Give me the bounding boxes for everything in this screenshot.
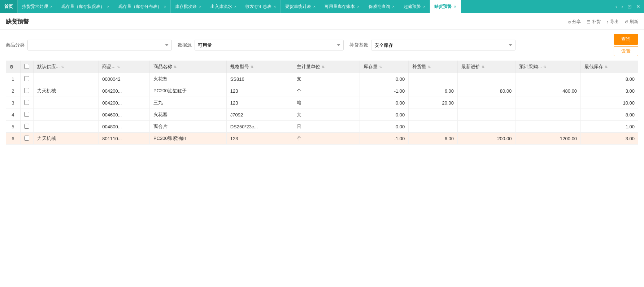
- cell-min-stock: 3.00: [581, 85, 638, 97]
- tab-close-icon[interactable]: ×: [454, 4, 456, 9]
- th-settings[interactable]: ⚙: [6, 61, 20, 73]
- select-all-checkbox[interactable]: [24, 64, 29, 69]
- tab-close-icon[interactable]: ×: [392, 4, 395, 9]
- row-checkbox[interactable]: [24, 112, 29, 117]
- tab-available-ledger[interactable]: 可用量库存账本 ×: [320, 0, 364, 13]
- row-checkbox[interactable]: [24, 136, 29, 141]
- tab-label: 收发存汇总表: [245, 4, 271, 10]
- th-latest-price[interactable]: 最新进价 ⇅: [458, 61, 515, 73]
- tab-inout-flow[interactable]: 出入库流水 ×: [206, 0, 241, 13]
- th-unit[interactable]: 主计量单位 ⇅: [293, 61, 360, 73]
- tab-inventory-status[interactable]: 现存量（库存状况表） ×: [57, 0, 114, 13]
- tab-close-icon[interactable]: ×: [357, 4, 359, 9]
- tab-overstock[interactable]: 超储预警 ×: [399, 0, 430, 13]
- share-icon: ⎋: [568, 19, 571, 25]
- replenish-base-select[interactable]: 安全库存: [371, 40, 515, 50]
- tab-prev-button[interactable]: ‹: [613, 4, 619, 9]
- cell-product-name: 火花塞: [150, 73, 227, 85]
- tab-close-icon[interactable]: ×: [234, 4, 236, 9]
- share-button[interactable]: ⎋ 分享: [568, 19, 581, 25]
- row-checkbox[interactable]: [24, 124, 29, 129]
- sort-icon: ⇅: [61, 65, 64, 69]
- row-checkbox-cell: [20, 73, 33, 85]
- cell-product-code: 004600...: [99, 109, 150, 121]
- export-button[interactable]: ↑ 导出: [606, 19, 619, 25]
- row-num: 5: [6, 121, 20, 133]
- refresh-icon: ↺: [625, 19, 628, 25]
- th-stock[interactable]: 库存量 ⇅: [360, 61, 409, 73]
- cell-unit: 只: [293, 121, 360, 133]
- cell-replenish-qty: [409, 109, 458, 121]
- sort-icon: ⇅: [379, 65, 382, 69]
- cell-product-name: 离合片: [150, 121, 227, 133]
- datasource-filter: 数据源 可用量: [178, 40, 344, 50]
- tab-receive-summary[interactable]: 收发存汇总表 ×: [241, 0, 280, 13]
- tab-home[interactable]: 首页: [0, 0, 18, 13]
- tab-inventory-dist[interactable]: 现存量（库存分布表） ×: [114, 0, 171, 13]
- tab-close-icon[interactable]: ×: [164, 4, 166, 9]
- cell-stock: 0.00: [360, 121, 409, 133]
- tab-restore-button[interactable]: ⊡: [625, 4, 634, 9]
- th-product-code[interactable]: 商品... ⇅: [99, 61, 150, 73]
- sort-icon: ⇅: [543, 65, 546, 69]
- cell-product-code: 0000042: [99, 73, 150, 85]
- replenish-button[interactable]: ☰ 补货: [587, 19, 601, 25]
- tab-maximize-button[interactable]: ✕: [634, 4, 643, 9]
- settings-button[interactable]: 设置: [614, 46, 638, 56]
- refresh-button[interactable]: ↺ 刷新: [625, 19, 638, 25]
- row-checkbox[interactable]: [24, 76, 29, 81]
- tab-close-icon[interactable]: ×: [50, 4, 52, 9]
- tab-expiry-query[interactable]: 保质期查询 ×: [364, 0, 399, 13]
- th-product-name[interactable]: 商品名称 ⇅: [150, 61, 227, 73]
- tab-close-icon[interactable]: ×: [313, 4, 316, 9]
- cell-product-name: PC200张紧油缸: [150, 133, 227, 145]
- cell-estimated-purchase: [515, 73, 581, 85]
- row-checkbox[interactable]: [24, 88, 29, 93]
- table-row: 2 力天机械 004200... PC200油缸缸子 123 个 -1.00 6…: [6, 85, 638, 97]
- tab-close-icon[interactable]: ×: [199, 4, 201, 9]
- row-num: 2: [6, 85, 20, 97]
- row-num: 3: [6, 97, 20, 109]
- category-select[interactable]: [27, 40, 172, 50]
- cell-product-code: 004800...: [99, 121, 150, 133]
- tab-close-icon[interactable]: ×: [107, 4, 109, 9]
- row-checkbox-cell: [20, 121, 33, 133]
- settings-gear-icon[interactable]: ⚙: [9, 64, 14, 70]
- table-row: 5 004800... 离合片 DS250*23c... 只 0.00 1.00: [6, 121, 638, 133]
- th-spec[interactable]: 规格型号 ⇅: [226, 61, 293, 73]
- cell-spec: DS250*23c...: [226, 121, 293, 133]
- tab-batch-account[interactable]: 库存批次账 ×: [171, 0, 206, 13]
- cell-min-stock: 10.00: [581, 97, 638, 109]
- th-estimated-purchase[interactable]: 预计采购... ⇅: [515, 61, 581, 73]
- tab-label: 可用量库存账本: [325, 4, 355, 10]
- th-replenish-qty[interactable]: 补货量 ⇅: [409, 61, 458, 73]
- query-button[interactable]: 查询: [614, 34, 638, 45]
- tab-next-button[interactable]: ›: [619, 4, 625, 9]
- tab-abnormal[interactable]: 拣货异常处理 ×: [18, 0, 57, 13]
- cell-min-stock: 3.00: [581, 133, 638, 145]
- cell-unit: 支: [293, 109, 360, 121]
- cell-estimated-purchase: [515, 97, 581, 109]
- row-checkbox[interactable]: [24, 100, 29, 105]
- cell-latest-price: [458, 109, 515, 121]
- tab-close-icon[interactable]: ×: [423, 4, 425, 9]
- cell-product-name: 三九: [150, 97, 227, 109]
- cell-spec: SS816: [226, 73, 293, 85]
- table-row: 6 力天机械 801110... PC200张紧油缸 123 个 -1.00 6…: [6, 133, 638, 145]
- filter-bar: 商品分类 数据源 可用量 补货基数 安全库存 查询 设置: [0, 30, 644, 61]
- cell-unit: 个: [293, 85, 360, 97]
- cell-spec: 123: [226, 133, 293, 145]
- cell-spec: J7092: [226, 109, 293, 121]
- cell-min-stock: 1.00: [581, 121, 638, 133]
- tab-close-icon[interactable]: ×: [274, 4, 276, 9]
- th-default-supplier[interactable]: 默认供应... ⇅: [33, 61, 99, 73]
- cell-replenish-qty: 6.00: [409, 85, 458, 97]
- th-min-stock[interactable]: 最低库存 ⇅: [581, 61, 638, 73]
- cell-stock: 0.00: [360, 109, 409, 121]
- tab-shortage[interactable]: 缺货预警 ×: [430, 0, 461, 13]
- cell-replenish-qty: [409, 121, 458, 133]
- tab-order-stats[interactable]: 要货单统计表 ×: [281, 0, 320, 13]
- page-title: 缺货预警: [6, 18, 29, 26]
- datasource-select[interactable]: 可用量: [195, 40, 344, 50]
- tab-label: 超储预警: [404, 4, 421, 10]
